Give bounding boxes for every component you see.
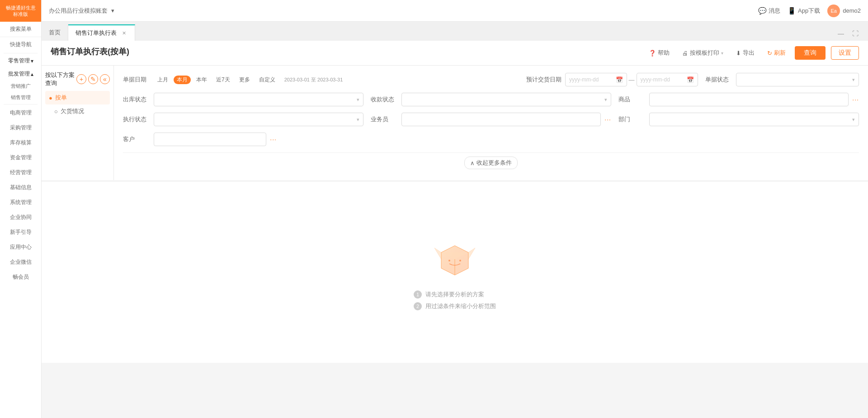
sidebar-item-retail[interactable]: 零售管理 ▾ [0,54,41,67]
sidebar-item-basic[interactable]: 基础信息 [0,180,41,195]
receipt-status-arrow: ▾ [604,97,607,103]
sidebar-item-wholesale[interactable]: 批发管理 ▴ [0,67,41,81]
print-btn[interactable]: 🖨 按模板打印 ▾ [679,47,727,59]
home-tab-label: 首页 [49,28,61,37]
breadcrumb-arrow-icon[interactable]: ▾ [111,7,114,14]
goods-more-icon[interactable]: ··· [852,96,859,103]
sidebar-item-operation[interactable]: 经营管理 [0,165,41,180]
filter-sidebar: 按以下方案查询 + ✎ « ● 按单 ○ 欠货情况 [42,66,114,180]
query-button[interactable]: 查询 [795,46,826,60]
settings-button[interactable]: 设置 [831,46,859,60]
salesman-more-icon[interactable]: ··· [604,116,611,123]
expected-date-to[interactable]: yyyy-mm-dd 📅 [637,73,698,86]
filter-row-4: 客户 ··· [123,133,859,146]
filter-sidebar-title: 按以下方案查询 [45,71,76,87]
date-tab-this-month[interactable]: 本月 [174,76,191,84]
calendar-from-icon: 📅 [616,76,623,83]
expected-date-range: yyyy-mm-dd 📅 — yyyy-mm-dd 📅 [565,73,698,86]
customer-more-icon[interactable]: ··· [270,136,277,143]
date-tab-7days[interactable]: 近7天 [212,75,234,85]
collapse-row: ∧ 收起更多条件 [123,152,859,173]
add-filter-btn[interactable]: + [76,74,86,84]
sidebar-item-apps[interactable]: 应用中心 [0,240,41,255]
out-status-label: 出库状态 [123,95,150,104]
sidebar-item-ecommerce[interactable]: 电商管理 [0,105,41,120]
sidebar-item-enterprise[interactable]: 企业协同 [0,210,41,225]
sidebar-item-wechat[interactable]: 企业微信 [0,255,41,270]
tab-maximize-btn[interactable]: ⛶ [850,28,861,39]
collapse-button[interactable]: ∧ 收起更多条件 [464,157,518,169]
sidebar-item-guide[interactable]: 新手引导 [0,225,41,240]
expected-date-from[interactable]: yyyy-mm-dd 📅 [565,73,627,86]
divider-2 [4,104,38,104]
out-status-arrow: ▾ [357,97,359,103]
empty-tip-2: 2 用过滤条件来缩小分析范围 [414,302,496,310]
customer-input[interactable] [154,133,266,146]
help-btn[interactable]: ❓ 帮助 [645,47,673,59]
out-status-select[interactable]: ▾ [154,93,363,106]
date-tab-more[interactable]: 更多 [236,75,254,85]
collapse-up-icon: ∧ [470,160,475,166]
date-tab-this-year[interactable]: 本年 [193,75,211,85]
sidebar-item-quick-nav[interactable]: 快捷导航 [0,37,41,52]
filter-item-by-order[interactable]: ● 按单 [45,91,110,104]
date-range-text: 2023-03-01 至 2023-03-31 [284,76,343,83]
empty-state: 1 请先选择要分析的方案 2 用过滤条件来缩小分析范围 [42,182,868,363]
filter-sidebar-header: 按以下方案查询 + ✎ « [45,71,110,87]
goods-input[interactable] [649,93,849,106]
sidebar-item-member[interactable]: 畅会员 [0,270,41,285]
salesman-input[interactable] [401,113,601,126]
export-btn[interactable]: ⬇ 导出 [732,47,758,59]
print-arrow-icon: ▾ [721,51,723,56]
quick-nav-label: 快捷导航 [10,41,32,48]
field-receipt-status: 收款状态 ▾ [371,93,611,106]
app-download-btn[interactable]: 📱 App下载 [788,7,820,15]
department-label: 部门 [618,115,646,124]
sidebar-item-finance[interactable]: 资金管理 [0,150,41,165]
edit-filter-btn[interactable]: ✎ [88,74,98,84]
sidebar-item-inventory[interactable]: 库存核算 [0,135,41,150]
svg-point-4 [459,260,461,261]
sidebar-item-system[interactable]: 系统管理 [0,195,41,210]
empty-tips: 1 请先选择要分析的方案 2 用过滤条件来缩小分析范围 [414,290,496,310]
exec-status-arrow: ▾ [357,117,359,123]
page-content: 销售订单执行表(按单) ❓ 帮助 🖨 按模板打印 ▾ ⬇ 导出 ↻ 刷新 [42,41,868,418]
field-department: 部门 ▾ [618,113,859,126]
tab-home[interactable]: 首页 [42,24,68,41]
sidebar-item-sales[interactable]: 销售管理 [0,92,41,103]
date-tab-custom[interactable]: 自定义 [255,75,279,85]
exec-status-label: 执行状态 [123,115,150,124]
sidebar-item-marketing[interactable]: 营销推广 [0,81,41,92]
filter-item-arrears[interactable]: ○ 欠货情况 [45,104,110,118]
username: demo2 [843,7,861,14]
receipt-status-select[interactable]: ▾ [401,93,611,106]
tip-num-1: 1 [414,290,422,299]
filter-row-3: 执行状态 ▾ 业务员 ··· 部门 [123,113,859,126]
doc-status-select[interactable]: ▾ [736,73,859,86]
mobile-icon: 📱 [788,7,796,15]
sidebar-item-purchase[interactable]: 采购管理 [0,120,41,135]
chevron-up-icon: ▴ [31,71,33,77]
tab-close-icon[interactable]: ✕ [120,29,127,37]
field-out-status: 出库状态 ▾ [123,93,363,106]
tab-minimize-btn[interactable]: — [835,28,846,39]
department-select[interactable]: ▾ [649,113,859,126]
chevron-down-icon: ▾ [31,58,33,64]
message-btn[interactable]: 💬 消息 [758,7,780,15]
date-separator: — [629,76,635,83]
tab-bar: 首页 销售订单执行表 ✕ — ⛶ [42,22,868,41]
field-doc-status: 单据状态 ▾ [705,73,859,86]
sidebar-search[interactable]: 搜索菜单 [0,22,41,37]
page-title: 销售订单执行表(按单) [51,46,129,57]
by-order-icon: ● [49,95,52,101]
tab-sales-order[interactable]: 销售订单执行表 ✕ [68,24,135,41]
exec-status-select[interactable]: ▾ [154,113,363,126]
tab-bar-right: — ⛶ [835,28,868,41]
refresh-btn[interactable]: ↻ 刷新 [764,47,789,59]
expected-date-from-placeholder: yyyy-mm-dd [569,76,599,83]
sidebar: 畅捷通好生意 标准版 搜索菜单 快捷导航 零售管理 ▾ 批发管理 ▴ 营销推广 … [0,0,42,418]
top-header: 办公用品行业模拟账套 ▾ 💬 消息 📱 App下载 Ea demo2 [42,0,868,22]
user-profile[interactable]: Ea demo2 [827,5,861,17]
collapse-filter-btn[interactable]: « [100,74,110,84]
date-tab-last-month[interactable]: 上月 [154,75,172,85]
